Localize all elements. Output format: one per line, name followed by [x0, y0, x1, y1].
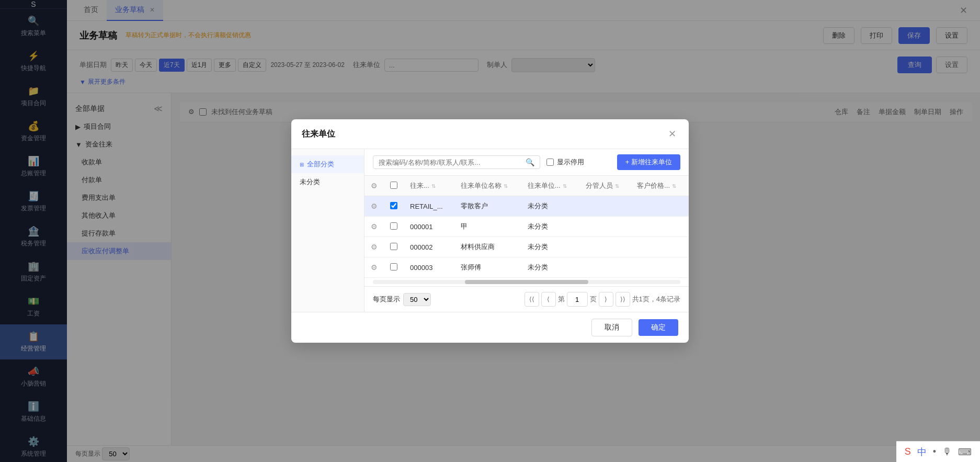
- row-sales: [579, 217, 631, 237]
- row-category: 未分类: [521, 196, 579, 217]
- modal-content: 🔍 显示停用 + 新增往来单位 ⚙: [364, 149, 689, 312]
- page-label-prefix: 第: [558, 295, 565, 304]
- table-row[interactable]: ⚙ 000002 材料供应商 未分类: [364, 237, 689, 257]
- bottom-taskbar: S 中 • 🎙 ⌨: [896, 441, 980, 462]
- taskbar-s-icon[interactable]: S: [905, 446, 911, 457]
- row-sales: [579, 257, 631, 278]
- taskbar-keyboard-icon[interactable]: ⌨: [958, 446, 972, 458]
- scrollbar-thumb: [465, 280, 588, 284]
- search-input[interactable]: [379, 159, 522, 166]
- show-disabled-checkbox[interactable]: [546, 159, 554, 166]
- search-icon: 🔍: [526, 158, 534, 166]
- page-number-input[interactable]: 1: [567, 292, 588, 307]
- row-settings: ⚙: [364, 196, 384, 217]
- cancel-button[interactable]: 取消: [591, 319, 632, 336]
- counterpart-table: ⚙ 往来...⇅ 往来单位名称⇅ 往来单位...⇅ 分管人员⇅ 客户价格...⇅: [364, 176, 689, 278]
- modal-sidebar-uncategorized[interactable]: 未分类: [291, 173, 364, 191]
- modal-overlay: 往来单位 ✕ ⊞ 全部分类 未分类 🔍: [0, 0, 980, 462]
- row-price: [631, 257, 689, 278]
- horizontal-scrollbar[interactable]: [373, 280, 680, 284]
- total-info: 共1页，4条记录: [632, 295, 680, 304]
- search-box: 🔍: [373, 155, 540, 169]
- row-name: 零散客户: [454, 196, 521, 217]
- row-gear-icon[interactable]: ⚙: [371, 263, 378, 272]
- row-name: 张师傅: [454, 257, 521, 278]
- row-settings: ⚙: [364, 237, 384, 257]
- table-header: ⚙ 往来...⇅ 往来单位名称⇅ 往来单位...⇅ 分管人员⇅ 客户价格...⇅: [364, 176, 689, 196]
- row-price: [631, 217, 689, 237]
- row-check: [384, 237, 404, 257]
- last-page-button[interactable]: ⟩⟩: [616, 292, 630, 307]
- row-price: [631, 196, 689, 217]
- page-select: 每页显示 50: [373, 293, 431, 306]
- per-page-label: 每页显示: [373, 295, 400, 304]
- taskbar-chinese-icon: 中: [917, 446, 927, 458]
- add-counterpart-button[interactable]: + 新增往来单位: [617, 154, 680, 170]
- taskbar-mic-icon[interactable]: 🎙: [942, 446, 952, 457]
- row-category: 未分类: [521, 217, 579, 237]
- next-page-button[interactable]: ⟩: [599, 292, 613, 307]
- row-gear-icon[interactable]: ⚙: [371, 202, 378, 210]
- row-price: [631, 237, 689, 257]
- modal-close-icon[interactable]: ✕: [666, 128, 678, 140]
- row-code: 000001: [404, 217, 454, 237]
- col-header-code: 往来...⇅: [404, 176, 454, 196]
- modal-header: 往来单位 ✕: [291, 119, 689, 149]
- modal-title: 往来单位: [302, 129, 335, 140]
- row-check: [384, 257, 404, 278]
- show-disabled-toggle: 显示停用: [546, 157, 584, 167]
- modal-sidebar: ⊞ 全部分类 未分类: [291, 149, 364, 312]
- row-name: 甲: [454, 217, 521, 237]
- row-settings: ⚙: [364, 257, 384, 278]
- modal-pagination: 每页显示 50 ⟨⟨ ⟨ 第 1 页 ⟩ ⟩⟩ 共1页，4条记录: [364, 286, 689, 312]
- row-check: [384, 217, 404, 237]
- modal-page-size-select[interactable]: 50: [403, 293, 431, 306]
- confirm-button[interactable]: 确定: [639, 319, 678, 336]
- grid-icon: ⊞: [300, 162, 304, 167]
- row-checkbox[interactable]: [390, 202, 397, 209]
- row-gear-icon[interactable]: ⚙: [371, 243, 378, 251]
- row-code: RETAIL_...: [404, 196, 454, 217]
- table-row[interactable]: ⚙ RETAIL_... 零散客户 未分类: [364, 196, 689, 217]
- select-all-table-checkbox[interactable]: [390, 182, 397, 189]
- row-sales: [579, 196, 631, 217]
- modal-toolbar: 🔍 显示停用 + 新增往来单位: [364, 149, 689, 176]
- taskbar-dot-icon: •: [933, 446, 936, 457]
- row-name: 材料供应商: [454, 237, 521, 257]
- table-row[interactable]: ⚙ 000001 甲 未分类: [364, 217, 689, 237]
- row-sales: [579, 237, 631, 257]
- prev-page-button[interactable]: ⟨: [541, 292, 556, 307]
- row-category: 未分类: [521, 237, 579, 257]
- row-category: 未分类: [521, 257, 579, 278]
- row-checkbox[interactable]: [390, 263, 397, 271]
- col-header-settings: ⚙: [364, 176, 384, 196]
- page-nav: ⟨⟨ ⟨ 第 1 页 ⟩ ⟩⟩ 共1页，4条记录: [525, 292, 680, 307]
- row-check: [384, 196, 404, 217]
- col-header-name: 往来单位名称⇅: [454, 176, 521, 196]
- page-label-suffix: 页: [590, 295, 597, 304]
- table-row[interactable]: ⚙ 000003 张师傅 未分类: [364, 257, 689, 278]
- first-page-button[interactable]: ⟨⟨: [525, 292, 539, 307]
- row-settings: ⚙: [364, 217, 384, 237]
- col-header-price: 客户价格...⇅: [631, 176, 689, 196]
- modal-sidebar-all[interactable]: ⊞ 全部分类: [291, 155, 364, 173]
- modal-body: ⊞ 全部分类 未分类 🔍 显示停用: [291, 149, 689, 312]
- modal: 往来单位 ✕ ⊞ 全部分类 未分类 🔍: [291, 119, 689, 343]
- show-disabled-label: 显示停用: [557, 157, 584, 167]
- col-header-category: 往来单位...⇅: [521, 176, 579, 196]
- table-body: ⚙ RETAIL_... 零散客户 未分类 ⚙: [364, 196, 689, 278]
- row-code: 000002: [404, 237, 454, 257]
- modal-footer: 取消 确定: [291, 312, 689, 343]
- row-checkbox[interactable]: [390, 243, 397, 250]
- sidebar-uncat-label: 未分类: [300, 177, 320, 187]
- modal-table: ⚙ 往来...⇅ 往来单位名称⇅ 往来单位...⇅ 分管人员⇅ 客户价格...⇅: [364, 176, 689, 278]
- row-checkbox[interactable]: [390, 222, 397, 230]
- col-gear-icon[interactable]: ⚙: [371, 182, 378, 190]
- col-header-sales: 分管人员⇅: [579, 176, 631, 196]
- col-header-check: [384, 176, 404, 196]
- row-code: 000003: [404, 257, 454, 278]
- sidebar-all-label: 全部分类: [307, 160, 334, 169]
- row-gear-icon[interactable]: ⚙: [371, 222, 378, 231]
